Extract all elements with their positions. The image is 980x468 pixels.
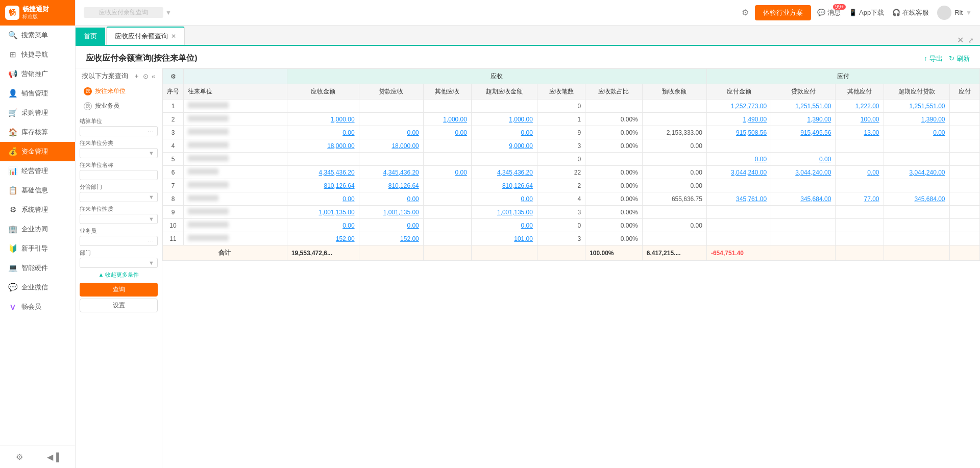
- unit-name-cell: [184, 232, 287, 245]
- scheme-icon-salesperson: 按: [84, 102, 92, 110]
- sidebar-item-enterprise[interactable]: 🏢 企业协同: [0, 219, 75, 239]
- table-row: 80.000.00 0.0040.00%655,636.75345,761.00…: [163, 192, 980, 206]
- unit-name-cell: [184, 219, 287, 232]
- marketing-icon: 📢: [8, 69, 17, 79]
- table-row: 1 0 1,252,773.001,251,551.001,222.001,25…: [163, 100, 980, 113]
- settlement-input[interactable]: ···: [80, 126, 158, 136]
- sidebar-item-marketing[interactable]: 📢 营销推广: [0, 64, 75, 84]
- table-header-row: 序号 往来单位 应收金额 贷款应收 其他应收 超期应收金额 应收笔数 应收款占比…: [163, 84, 980, 100]
- app-download-button[interactable]: 📱 App下载: [849, 8, 884, 17]
- unit-name-cell: [184, 153, 287, 166]
- unit-nature-select[interactable]: ▼: [80, 214, 158, 224]
- scheme-collapse-icon[interactable]: «: [152, 72, 155, 80]
- tab-ar-ap[interactable]: 应收应付余额查询 ✕: [106, 27, 185, 45]
- gear-icon[interactable]: ⚙: [742, 8, 749, 17]
- sidebar-item-basic[interactable]: 📋 基础信息: [0, 181, 75, 200]
- unit-name-cell: [184, 192, 287, 206]
- unit-type-select[interactable]: ▼: [80, 148, 158, 158]
- sidebar-item-operations[interactable]: 📊 经营管理: [0, 161, 75, 181]
- salesperson-input[interactable]: ···: [80, 236, 158, 246]
- table-row: 21,000.00 1,000.001,000.0010.00% 1,490.0…: [163, 113, 980, 126]
- finance-icon: 💰: [8, 147, 17, 156]
- table-group-header-row: ⚙ 应收 应付: [163, 69, 980, 84]
- table-row: 30.000.000.000.0090.00%2,153,333.00915,5…: [163, 126, 980, 139]
- sidebar-item-system[interactable]: ⚙ 系统管理: [0, 200, 75, 219]
- window-close-icon[interactable]: ✕: [957, 35, 964, 45]
- online-service-button[interactable]: 🎧 在线客服: [892, 8, 929, 17]
- footer-ar-ratio: 100.00%: [585, 245, 643, 261]
- gear-header-cell[interactable]: ⚙: [163, 69, 184, 84]
- department-select[interactable]: ▼: [80, 258, 158, 268]
- solution-button[interactable]: 体验行业方案: [755, 5, 811, 20]
- col-ap-overdue: 超期应付贷款: [884, 84, 949, 100]
- message-badge: 99+: [833, 4, 846, 10]
- window-expand-icon[interactable]: ⤢: [968, 36, 974, 44]
- table-body: 1 0 1,252,773.001,251,551.001,222.001,25…: [163, 100, 980, 245]
- scheme-item-salesperson[interactable]: 按 按业务员: [76, 98, 162, 113]
- refresh-icon: ↻: [949, 55, 954, 62]
- unit-name-cell: [184, 166, 287, 179]
- col-ar-amount: 应收金额: [287, 84, 359, 100]
- filter-field-settlement: 结算单位 ···: [80, 117, 158, 136]
- add-scheme-icon[interactable]: ＋: [133, 71, 140, 81]
- tab-home[interactable]: 首页: [76, 28, 105, 45]
- footer-ap-amount: -654,751.40: [706, 245, 771, 261]
- scheme-icon-unit: 按: [84, 87, 92, 95]
- tab-close-icon[interactable]: ✕: [171, 33, 176, 40]
- filter-field-unit-nature: 往来单位性质 ▼: [80, 205, 158, 224]
- footer-label: 合计: [163, 245, 287, 261]
- app-icon: 📱: [849, 9, 857, 16]
- sidebar-item-sales[interactable]: 👤 销售管理: [0, 84, 75, 103]
- table-area: ⚙ 应收 应付 序号 往来单位 应收金额 贷款应收 其他应收 超期应收金额: [162, 68, 980, 468]
- filter-field-unit-type: 往来单位分类 ▼: [80, 139, 158, 158]
- message-button[interactable]: 💬 消息 99+: [817, 8, 841, 17]
- dept-select[interactable]: ▼: [80, 192, 158, 202]
- sales-icon: 👤: [8, 89, 17, 98]
- sidebar-item-nav[interactable]: ⊞ 快捷导航: [0, 45, 75, 64]
- sidebar: 畅 畅捷通财 标准版 🔍 搜索菜单 ⊞ 快捷导航 📢 营销推广 👤 销售管理 🛒…: [0, 0, 76, 468]
- sidebar-bottom: ⚙ ◀▐: [0, 446, 75, 468]
- unit-name-cell: [184, 206, 287, 219]
- unit-name-input[interactable]: [80, 170, 158, 180]
- page-title: 应收应付余额查询(按往来单位): [86, 53, 198, 64]
- unit-group-header: [184, 69, 287, 84]
- table-row: 7810,126.64810,126.64 810,126.6420.00%0.…: [163, 179, 980, 192]
- scheme-settings-icon[interactable]: ⊙: [143, 72, 149, 80]
- col-ar-overdue: 超期应收金额: [471, 84, 537, 100]
- data-table: ⚙ 应收 应付 序号 往来单位 应收金额 贷款应收 其他应收 超期应收金额: [162, 68, 980, 261]
- sidebar-item-finance[interactable]: 💰 资金管理: [0, 142, 75, 161]
- user-area[interactable]: Rit ▼: [937, 6, 972, 20]
- query-button[interactable]: 查询: [80, 283, 158, 297]
- filter-field-unit-name: 往来单位名称: [80, 161, 158, 180]
- sidebar-item-wechat[interactable]: 💬 企业微信: [0, 278, 75, 297]
- col-ar-count: 应收笔数: [537, 84, 585, 100]
- enterprise-icon: 🏢: [8, 225, 17, 234]
- ar-ap-tab-label: 应收应付余额查询: [115, 32, 168, 41]
- refresh-button[interactable]: ↻ 刷新: [949, 54, 970, 63]
- sidebar-item-guide[interactable]: 🔰 新手引导: [0, 239, 75, 258]
- table-row: 64,345,436.204,345,436.200.004,345,436.2…: [163, 166, 980, 179]
- footer-ar-prepay: 6,417,215....: [642, 245, 706, 261]
- avatar: [937, 6, 951, 20]
- export-icon: ↑: [924, 55, 928, 62]
- sidebar-item-hardware[interactable]: 💻 智能硬件: [0, 258, 75, 278]
- sidebar-item-search[interactable]: 🔍 搜索菜单: [0, 26, 75, 45]
- collapse-more-btn[interactable]: ▲ 收起更多条件: [80, 271, 158, 279]
- settings-bottom-icon[interactable]: ⚙: [16, 452, 23, 462]
- content-body: 按以下方案查询 ＋ ⊙ « 按 按往来单位 按 按业务员: [76, 68, 980, 468]
- tabbar: 首页 应收应付余额查询 ✕ ✕ ⤢: [76, 26, 980, 46]
- sidebar-item-purchase[interactable]: 🛒 采购管理: [0, 103, 75, 122]
- user-dropdown-icon: ▼: [966, 9, 972, 16]
- setting-button[interactable]: 设置: [80, 299, 158, 312]
- breadcrumb-text: 应收应付余额查询: [84, 7, 163, 18]
- footer-row: 合计 19,553,472,6... 100.00% 6,417,215....…: [163, 245, 980, 261]
- export-button[interactable]: ↑ 导出: [924, 54, 943, 63]
- breadcrumb-chevron: ▼: [165, 9, 172, 16]
- page-header: 应收应付余额查询(按往来单位) ↑ 导出 ↻ 刷新: [76, 46, 980, 68]
- footer-ar-amount: 19,553,472,6...: [287, 245, 359, 261]
- sidebar-item-member[interactable]: V 畅会员: [0, 297, 75, 316]
- breadcrumb: 应收应付余额查询 ▼: [84, 7, 736, 18]
- sidebar-item-inventory[interactable]: 🏠 库存核算: [0, 122, 75, 142]
- scheme-item-unit[interactable]: 按 按往来单位: [76, 84, 162, 98]
- collapse-sidebar-icon[interactable]: ◀▐: [47, 452, 59, 462]
